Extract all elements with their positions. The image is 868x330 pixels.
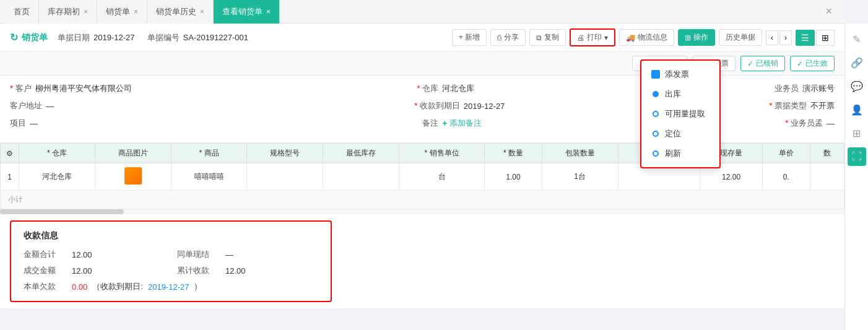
col-warehouse: * 仓库 bbox=[19, 144, 95, 163]
tab-inventory[interactable]: 库存期初 × bbox=[39, 0, 97, 24]
col-spec: 规格型号 bbox=[247, 144, 323, 163]
due-note: （收款到期日: bbox=[92, 281, 143, 292]
subtotal-row: 小计 bbox=[1, 191, 844, 209]
doc-type-label: 销货单 bbox=[22, 32, 48, 43]
remark-field: 备注 + 添加备注 bbox=[422, 118, 785, 129]
logistics-icon: 🚚 bbox=[626, 33, 635, 42]
project-value: — bbox=[30, 119, 38, 128]
sidebar-expand-icon[interactable]: ⛶ bbox=[848, 147, 866, 166]
row-img bbox=[95, 163, 171, 191]
bottom-area: 收款信息 金额合计 12.00 同单现结 — 成交金额 12.00 累计收款 1… bbox=[0, 214, 844, 308]
confirm-button[interactable]: ✓ 已核销 bbox=[740, 56, 785, 71]
operate-button[interactable]: ⊞ 操作 bbox=[678, 29, 715, 46]
confirm-icon: ✓ bbox=[747, 59, 753, 68]
deal-value: 12.00 bbox=[72, 266, 92, 276]
copy-button[interactable]: ⧉ 复制 bbox=[529, 29, 566, 46]
effective-icon: ✓ bbox=[797, 59, 803, 68]
row-pkg-qty: 1台 bbox=[542, 163, 618, 191]
salesman-value: — bbox=[827, 119, 835, 128]
col-price: 单价 bbox=[762, 144, 810, 163]
address-label: 客户地址 bbox=[10, 100, 42, 111]
customer-field: 客户 柳州粤港平安气体有限公司 bbox=[10, 83, 368, 94]
row-seq: 1 bbox=[1, 163, 19, 191]
row-qty: 1.00 bbox=[485, 163, 542, 191]
doc-number-value: SA-20191227-001 bbox=[183, 33, 249, 42]
tab-view-sales-label: 查看销货单 bbox=[222, 6, 263, 17]
doc-date-item: 单据日期 2019-12-27 bbox=[58, 32, 135, 43]
tab-bar: 首页 库存期初 × 销货单 × 销货单历史 × 查看销货单 × × bbox=[0, 0, 844, 24]
row-spec bbox=[247, 163, 323, 191]
menu-locate[interactable]: 定位 bbox=[641, 124, 719, 144]
col-product: * 商品 bbox=[171, 144, 247, 163]
sidebar-link-icon[interactable]: 🔗 bbox=[848, 53, 866, 72]
menu-add-invoice-label: 添发票 bbox=[665, 69, 689, 80]
menu-refresh[interactable]: 刷新 bbox=[641, 144, 719, 163]
tab-history[interactable]: 销货单历史 × bbox=[147, 0, 214, 24]
accumulated-value: 12.00 bbox=[225, 266, 246, 276]
warehouse-field: 仓库 河北仓库 bbox=[417, 83, 775, 94]
next-button[interactable]: › bbox=[779, 30, 792, 45]
menu-avail-extract[interactable]: 可用量提取 bbox=[641, 104, 719, 124]
due-value: 0.00 bbox=[72, 282, 87, 292]
tab-history-close[interactable]: × bbox=[200, 7, 204, 16]
doc-header: ↻ 销货单 单据日期 2019-12-27 单据编号 SA-20191227-0… bbox=[0, 24, 844, 52]
tab-view-sales[interactable]: 查看销货单 × bbox=[214, 0, 280, 24]
tab-inventory-label: 库存期初 bbox=[48, 6, 80, 17]
print-button[interactable]: 🖨 打印 ▾ bbox=[570, 28, 615, 46]
project-field: 项目 — bbox=[10, 118, 373, 129]
menu-outbound[interactable]: 出库 bbox=[641, 84, 719, 104]
add-remark-button[interactable]: + 添加备注 bbox=[442, 118, 482, 129]
customer-label: 客户 bbox=[10, 83, 32, 94]
doc-meta: 单据日期 2019-12-27 单据编号 SA-20191227-001 bbox=[58, 32, 248, 43]
table-scrollbar[interactable] bbox=[0, 209, 844, 214]
subtotal-label: 小计 bbox=[1, 191, 844, 209]
scrollbar-thumb[interactable] bbox=[0, 209, 124, 214]
logistics-button[interactable]: 🚚 物流信息 bbox=[619, 29, 674, 46]
refresh-icon bbox=[653, 150, 659, 157]
customer-value: 柳州粤港平安气体有限公司 bbox=[35, 83, 132, 94]
sidebar-chat-icon[interactable]: 💬 bbox=[848, 77, 866, 95]
payment-accumulated-row: 累计收款 12.00 bbox=[177, 265, 318, 276]
tab-sales-close[interactable]: × bbox=[134, 7, 138, 16]
same-order-label: 同单现结 bbox=[177, 249, 220, 260]
avail-extract-icon bbox=[653, 111, 659, 117]
address-value: — bbox=[46, 102, 54, 111]
outbound-icon bbox=[653, 91, 659, 97]
tab-home[interactable]: 首页 bbox=[5, 0, 39, 24]
effective-button[interactable]: ✓ 已生效 bbox=[790, 56, 835, 71]
tab-sales[interactable]: 销货单 × bbox=[97, 0, 147, 24]
list-view-button[interactable]: ☰ bbox=[796, 30, 815, 46]
col-settings[interactable]: ⚙ bbox=[1, 144, 19, 163]
add-icon: + bbox=[442, 118, 447, 128]
copy-icon: ⧉ bbox=[536, 33, 542, 42]
total-label: 金额合计 bbox=[24, 249, 67, 260]
due-date-label: 收款到期日 bbox=[414, 100, 460, 111]
nav-arrows: ‹ › bbox=[766, 30, 792, 45]
sidebar-edit-icon[interactable]: ✎ bbox=[848, 30, 866, 48]
payment-info: 收款信息 金额合计 12.00 同单现结 — 成交金额 12.00 累计收款 1… bbox=[10, 220, 332, 302]
remark-label: 备注 bbox=[422, 118, 438, 129]
product-image bbox=[124, 167, 142, 185]
row-unit: 台 bbox=[399, 163, 485, 191]
tab-inventory-close[interactable]: × bbox=[84, 7, 88, 16]
grid-view-button[interactable]: ⊞ bbox=[816, 30, 835, 46]
global-close-button[interactable]: × bbox=[818, 5, 840, 18]
menu-refresh-label: 刷新 bbox=[665, 148, 681, 159]
deal-label: 成交金额 bbox=[24, 265, 67, 276]
history-button[interactable]: 历史单据 bbox=[719, 29, 762, 46]
add-invoice-icon bbox=[651, 70, 660, 79]
sidebar-user-icon[interactable]: 👤 bbox=[848, 100, 866, 119]
share-button[interactable]: ⎙ 分享 bbox=[490, 29, 526, 46]
address-field: 客户地址 — bbox=[10, 100, 365, 111]
warehouse-value: 河北仓库 bbox=[442, 83, 474, 94]
locate-icon bbox=[653, 131, 659, 137]
sidebar-table-icon[interactable]: ⊞ bbox=[848, 124, 866, 142]
prev-button[interactable]: ‹ bbox=[766, 30, 778, 45]
menu-add-invoice[interactable]: 添发票 bbox=[641, 64, 719, 84]
doc-number-item: 单据编号 SA-20191227-001 bbox=[147, 32, 249, 43]
doc-title: ↻ 销货单 bbox=[10, 32, 48, 43]
tab-view-sales-close[interactable]: × bbox=[266, 7, 271, 16]
new-button[interactable]: + 新增 bbox=[452, 29, 487, 46]
col-img: 商品图片 bbox=[95, 144, 171, 163]
doc-date-value: 2019-12-27 bbox=[93, 33, 135, 42]
